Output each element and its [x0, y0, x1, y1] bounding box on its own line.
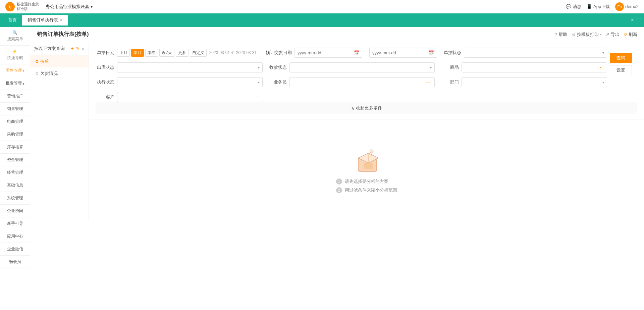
- window-expand-icon[interactable]: ⛶: [637, 17, 641, 23]
- delivery-status-label: 出库状态: [96, 64, 114, 70]
- print-label: 按模板打印: [577, 32, 599, 38]
- salesperson-input[interactable]: [292, 80, 425, 85]
- collapse-bar: ∧ 收起更多条件: [96, 102, 637, 114]
- export-label: 导出: [611, 32, 620, 38]
- add-scheme-button[interactable]: +: [71, 46, 74, 52]
- filter-and-actions: 单据日期 上月 本月 本年 近7天 更多 自定义: [96, 48, 637, 102]
- sidebar-item-enterprise[interactable]: 企业协同: [0, 205, 30, 217]
- sidebar-item-finance[interactable]: 资金管理: [0, 154, 30, 166]
- department-select[interactable]: ▾: [462, 77, 607, 87]
- edit-scheme-button[interactable]: ✎: [76, 46, 80, 51]
- sidebar-item-system[interactable]: 系统管理: [0, 192, 30, 205]
- sidebar-purchase-label: 采购管理: [7, 132, 23, 137]
- settings-button[interactable]: 设置: [610, 65, 632, 75]
- tab-home[interactable]: 首页: [3, 15, 22, 25]
- estimated-date-end[interactable]: 📅: [369, 48, 437, 58]
- quick-date-7days[interactable]: 近7天: [159, 49, 174, 57]
- collapse-button[interactable]: ∧ 收起更多条件: [351, 105, 382, 111]
- menu-item-by-order-label: 按单: [40, 58, 49, 64]
- quick-date-more[interactable]: 更多: [176, 49, 189, 57]
- app-selector-arrow-icon: ▾: [91, 4, 93, 9]
- sidebar-item-appcenter[interactable]: 应用中心: [0, 230, 30, 243]
- single-status-select[interactable]: ▾: [464, 48, 607, 58]
- filter-field-estimated-date: 预计交货日期 📅 —: [266, 48, 437, 58]
- app-selector[interactable]: 办公用品行业模拟账套 ▾: [46, 4, 93, 10]
- filter-row-2: 出库状态 ▾ 收款状态: [96, 62, 607, 72]
- goods-input[interactable]: [465, 65, 597, 70]
- goods-select[interactable]: ···: [462, 62, 607, 72]
- salesperson-dots-icon[interactable]: ···: [425, 79, 432, 85]
- print-button[interactable]: 🖨 按模板打印 ▾: [571, 32, 602, 38]
- execute-status-label: 执行状态: [96, 79, 114, 85]
- filter-field-customer: 客户 ···: [96, 92, 264, 102]
- customer-select[interactable]: ···: [117, 92, 264, 102]
- hint-1-number: 1: [336, 178, 342, 185]
- sidebar-item-sales[interactable]: 销售管理: [0, 103, 30, 115]
- collapse-left-panel-button[interactable]: «: [82, 46, 85, 51]
- sidebar-operation-label: 经营管理: [7, 170, 23, 175]
- date-quick-btns: 上月 本月 本年 近7天 更多 自定义 2023-03-01 至 2023-03…: [117, 49, 260, 57]
- sidebar-item-operation[interactable]: 经营管理: [0, 166, 30, 179]
- message-action[interactable]: 💬 消息: [566, 4, 581, 10]
- refresh-button[interactable]: ↺ 刷新: [624, 32, 637, 38]
- empty-hints: 1 请先选择要分析的方案 2 用过滤条件来缩小分析范围: [336, 178, 397, 193]
- quick-date-custom[interactable]: 自定义: [190, 49, 207, 57]
- sidebar-item-purchase[interactable]: 采购管理: [0, 128, 30, 141]
- tab-active[interactable]: 销售订单执行表 ×: [22, 15, 68, 25]
- menu-item-shortage-label: 欠货情况: [40, 70, 58, 76]
- customer-input[interactable]: [120, 95, 254, 100]
- sidebar-inventory-label: 库存核算: [7, 145, 23, 149]
- avatar-text: Ea: [618, 5, 622, 9]
- retail-arrow-icon: ▾: [23, 69, 24, 72]
- calendar-start-icon[interactable]: 📅: [354, 50, 359, 55]
- sidebar-item-newbie[interactable]: 新手引导: [0, 217, 30, 230]
- right-main: 单据日期 上月 本月 本年 近7天 更多 自定义: [89, 42, 644, 220]
- quick-date-this-year[interactable]: 本年: [145, 49, 158, 57]
- user-action[interactable]: Ea demo2: [615, 2, 639, 11]
- estimated-date-start-input[interactable]: [298, 50, 354, 55]
- sidebar-item-basic[interactable]: 基础信息: [0, 179, 30, 192]
- customer-dots-icon[interactable]: ···: [254, 94, 261, 100]
- salesperson-select[interactable]: ···: [289, 77, 435, 87]
- quick-date-this-month[interactable]: 本月: [131, 49, 144, 57]
- filter-row-1: 单据日期 上月 本月 本年 近7天 更多 自定义: [96, 48, 607, 58]
- sidebar-item-marketing[interactable]: 营销推广: [0, 90, 30, 103]
- menu-item-shortage[interactable]: 欠货情况: [30, 67, 89, 80]
- print-arrow-icon: ▾: [600, 33, 602, 36]
- sidebar-item-search-menu[interactable]: 🔍 搜索菜单: [0, 27, 30, 46]
- delivery-status-select[interactable]: ▾: [117, 62, 263, 72]
- sidebar-item-quick-nav[interactable]: ⚡ 快捷导航: [0, 46, 30, 64]
- app-download-action[interactable]: 📱 App下载: [587, 4, 610, 10]
- goods-dots-icon[interactable]: ···: [597, 64, 604, 70]
- quick-date-last-month[interactable]: 上月: [117, 49, 130, 57]
- sidebar-item-member[interactable]: 畅会员: [0, 256, 30, 268]
- calendar-end-icon[interactable]: 📅: [429, 50, 434, 55]
- query-button[interactable]: 查询: [610, 53, 632, 63]
- export-button[interactable]: ↗ 导出: [606, 32, 620, 38]
- department-label: 部门: [440, 79, 459, 85]
- execute-status-select[interactable]: ▾: [117, 77, 263, 87]
- sidebar-item-corpwechat[interactable]: 企业微信: [0, 243, 30, 256]
- sidebar-marketing-label: 营销推广: [7, 94, 23, 98]
- single-status-arrow-icon: ▾: [602, 51, 604, 55]
- sidebar-newbie-label: 新手引导: [7, 221, 23, 226]
- collapse-label: 收起更多条件: [356, 105, 382, 111]
- tab-close-icon[interactable]: ×: [60, 18, 62, 22]
- page-actions: ? 帮助 🖨 按模板打印 ▾ ↗ 导出 ↺ 刷新: [555, 32, 637, 38]
- app-download-label: App下载: [593, 4, 610, 10]
- tab-bar-right: × ⛶: [631, 17, 641, 23]
- sidebar-item-retail[interactable]: 零售管理 ▾: [0, 64, 30, 77]
- message-label: 消息: [573, 4, 581, 10]
- collection-status-select[interactable]: ▾: [289, 62, 435, 72]
- sidebar-item-wholesale[interactable]: 批发管理 ▴: [0, 77, 30, 90]
- sidebar-item-inventory[interactable]: 库存核算: [0, 141, 30, 154]
- left-panel-title: 按以下方案查询: [34, 46, 65, 52]
- help-button[interactable]: ? 帮助: [555, 32, 567, 38]
- menu-item-by-order[interactable]: 按单: [30, 55, 89, 67]
- estimated-date-end-input[interactable]: [372, 50, 429, 55]
- estimated-date-label: 预计交货日期: [266, 50, 292, 56]
- window-close-icon[interactable]: ×: [631, 17, 634, 23]
- sidebar-item-ecommerce[interactable]: 电商管理: [0, 115, 30, 128]
- svg-rect-4: [364, 163, 373, 169]
- estimated-date-start[interactable]: 📅: [294, 48, 362, 58]
